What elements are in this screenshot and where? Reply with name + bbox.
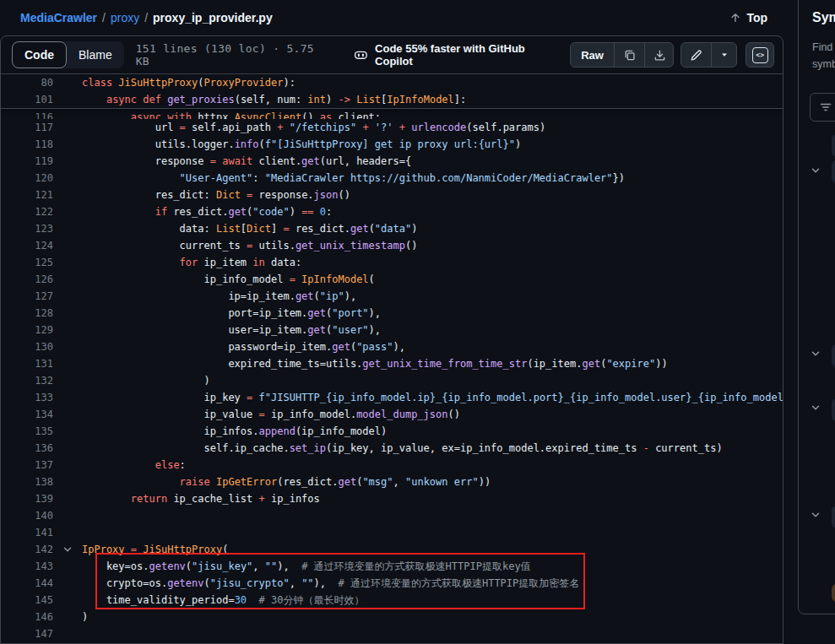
- fold-gutter: [53, 440, 82, 457]
- chevron-down-icon[interactable]: [811, 164, 824, 177]
- symbols-panel-description: Find definitions and references for func…: [812, 39, 835, 73]
- chevron-down-icon[interactable]: [811, 401, 824, 414]
- edit-file-button[interactable]: [681, 43, 711, 67]
- symbols-panel-toggle-button[interactable]: <>: [746, 42, 774, 68]
- line-number[interactable]: 131: [1, 355, 53, 372]
- symbol-chip[interactable]: [832, 160, 835, 183]
- line-number[interactable]: 135: [1, 423, 53, 440]
- code-line: 134 ip_value = ip_info_model.model_dump_…: [1, 406, 783, 423]
- code-line: 141: [1, 524, 783, 541]
- line-number[interactable]: 123: [1, 220, 53, 237]
- edit-dropdown-button[interactable]: [711, 43, 737, 67]
- back-to-top-link[interactable]: Top: [729, 11, 767, 24]
- symbol-chip[interactable]: [832, 506, 835, 528]
- line-number[interactable]: 140: [1, 507, 53, 524]
- fold-gutter: [53, 575, 82, 592]
- line-number[interactable]: 145: [1, 592, 53, 609]
- code-line: 145 time_validity_period=30 # 30分钟（最长时效）: [1, 592, 783, 609]
- code-text: key=os.getenv("jisu_key", ""), # 通过环境变量的…: [82, 558, 531, 575]
- line-number[interactable]: 119: [1, 153, 53, 170]
- fold-gutter: [53, 74, 82, 91]
- line-number[interactable]: 141: [1, 524, 53, 541]
- code-text: else:: [82, 457, 186, 474]
- line-number[interactable]: 132: [1, 372, 53, 389]
- code-text: time_validity_period=30 # 30分钟（最长时效）: [82, 592, 364, 609]
- code-text: data: List[Dict] = res_dict.get("data"): [82, 220, 417, 237]
- code-text: expired_time_ts=utils.get_unix_time_from…: [82, 355, 668, 372]
- symbols-filter-input[interactable]: [810, 93, 835, 122]
- line-number[interactable]: 137: [1, 457, 53, 474]
- code-text: IpProxy = JiSuHttpProxy(: [82, 541, 228, 558]
- clipped-code-line: 116 async with httpx.AsyncClient() as cl…: [1, 109, 783, 119]
- copy-raw-button[interactable]: [614, 43, 644, 67]
- code-text: res_dict: Dict = response.json(): [82, 187, 350, 203]
- line-number[interactable]: 122: [1, 203, 53, 220]
- line-number[interactable]: 147: [1, 625, 53, 642]
- code-line: 123 data: List[Dict] = res_dict.get("dat…: [1, 220, 783, 237]
- line-number[interactable]: 129: [1, 322, 53, 338]
- code-text: if res_dict.get("code") == 0:: [82, 203, 332, 220]
- tab-blame[interactable]: Blame: [67, 41, 124, 68]
- line-number[interactable]: 124: [1, 237, 53, 254]
- code-line: 128 port=ip_item.get("port"),: [1, 305, 783, 322]
- symbol-chip-highlighted[interactable]: [832, 584, 835, 602]
- code-line: 138 raise IpGetError(res_dict.get("msg",…: [1, 474, 783, 490]
- download-icon: [653, 49, 666, 62]
- line-number[interactable]: 116: [1, 109, 53, 119]
- fold-gutter: [53, 220, 82, 237]
- copilot-icon: [354, 48, 368, 62]
- arrow-up-icon: [729, 12, 741, 24]
- fold-gutter: [53, 507, 82, 524]
- line-number[interactable]: 125: [1, 254, 53, 271]
- code-text: ): [82, 609, 88, 625]
- breadcrumb-dir-link[interactable]: proxy: [111, 11, 139, 24]
- breadcrumb: MediaCrawler / proxy / proxy_ip_provider…: [0, 0, 784, 35]
- line-number[interactable]: 144: [1, 575, 53, 592]
- line-number[interactable]: 127: [1, 288, 53, 305]
- fold-gutter: [53, 625, 82, 642]
- code-text: user=ip_item.get("user"),: [82, 322, 381, 338]
- line-number[interactable]: 142: [1, 541, 53, 558]
- fold-chevron-icon[interactable]: [53, 541, 82, 558]
- line-number[interactable]: 120: [1, 170, 53, 187]
- fold-gutter: [53, 389, 82, 406]
- raw-button[interactable]: Raw: [571, 43, 614, 67]
- code-line: 132 ): [1, 372, 783, 389]
- line-number[interactable]: 143: [1, 558, 53, 575]
- symbol-chip[interactable]: [832, 344, 835, 367]
- line-number[interactable]: 128: [1, 305, 53, 322]
- download-raw-button[interactable]: [644, 43, 674, 67]
- line-number[interactable]: 134: [1, 406, 53, 423]
- breadcrumb-repo-link[interactable]: MediaCrawler: [20, 11, 97, 24]
- chevron-down-icon[interactable]: [811, 347, 824, 360]
- code-line: 126 ip_info_model = IpInfoModel(: [1, 271, 783, 288]
- code-line: 137 else:: [1, 457, 783, 474]
- code-line: 121 res_dict: Dict = response.json(): [1, 187, 783, 203]
- line-number[interactable]: 138: [1, 474, 53, 490]
- line-number[interactable]: 117: [1, 119, 53, 136]
- code-text: ip_value = ip_info_model.model_dump_json…: [82, 406, 460, 423]
- line-number[interactable]: 121: [1, 187, 53, 203]
- code-text: port=ip_item.get("port"),: [82, 305, 381, 322]
- chevron-down-icon[interactable]: [811, 508, 824, 522]
- code-lines: 117 url = self.api_path + "/fetchips" + …: [1, 119, 783, 642]
- line-number[interactable]: 146: [1, 609, 53, 625]
- symbol-chip[interactable]: [832, 134, 835, 157]
- line-number[interactable]: 101: [1, 91, 53, 108]
- code-text: url = self.api_path + "/fetchips" + '?' …: [82, 119, 545, 136]
- line-number[interactable]: 118: [1, 136, 53, 153]
- line-number[interactable]: 126: [1, 271, 53, 288]
- filter-icon: [819, 100, 832, 114]
- tab-code[interactable]: Code: [12, 41, 67, 68]
- line-number[interactable]: 139: [1, 490, 53, 507]
- line-number[interactable]: 80: [1, 74, 53, 91]
- line-number[interactable]: 136: [1, 440, 53, 457]
- code-text: ip_info_model = IpInfoModel(: [82, 271, 375, 288]
- line-number[interactable]: 130: [1, 338, 53, 355]
- symbols-panel-title: Symbols: [812, 10, 835, 25]
- code-text: ): [82, 372, 210, 389]
- code-line: 146): [1, 609, 783, 625]
- raw-copy-download-group: Raw: [570, 42, 674, 68]
- line-number[interactable]: 133: [1, 389, 53, 406]
- symbol-chip[interactable]: [832, 398, 835, 421]
